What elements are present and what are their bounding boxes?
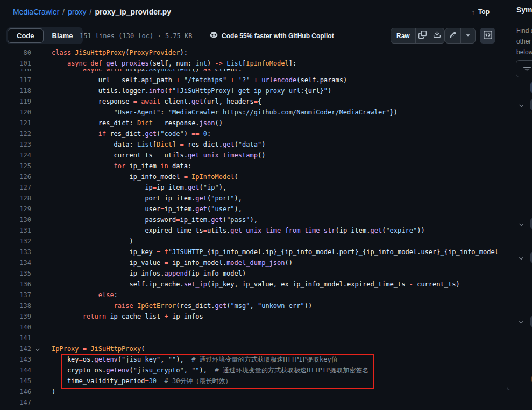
code-text: else: bbox=[52, 290, 118, 300]
copilot-banner-text: Code 55% faster with GitHub Copilot bbox=[222, 32, 334, 40]
code-text: return ip_cache_list + ip_infos bbox=[52, 311, 203, 322]
code-text: ip_value = ip_info_model.model_dump_json… bbox=[52, 257, 293, 268]
code-line: 135 ip_infos.append(ip_info_model) bbox=[0, 268, 506, 279]
line-number[interactable]: 120 bbox=[0, 107, 31, 118]
symbol-item[interactable] bbox=[530, 99, 532, 111]
back-to-top-link[interactable]: ↑ Top bbox=[471, 8, 490, 16]
edit-file-button[interactable] bbox=[445, 28, 460, 43]
line-number[interactable]: 138 bbox=[0, 300, 31, 311]
line-number[interactable]: 140 bbox=[0, 322, 31, 333]
chevron-down-icon[interactable] bbox=[518, 220, 524, 230]
code-line: 129 user=ip_item.get("user"), bbox=[0, 204, 506, 214]
breadcrumb: MediaCrawler / proxy / proxy_ip_provider… bbox=[13, 8, 171, 16]
code-text: ip_key = f"JISUHTTP_{ip_info_model.ip}_{… bbox=[52, 247, 499, 257]
edit-options-dropdown[interactable] bbox=[460, 28, 475, 43]
code-text: res_dict: Dict = response.json() bbox=[52, 118, 223, 128]
raw-button[interactable]: Raw bbox=[391, 28, 415, 43]
line-number[interactable]: 119 bbox=[0, 96, 31, 107]
symbols-description-line: other symbols in this file by clicking a… bbox=[516, 38, 532, 45]
line-number[interactable]: 142 bbox=[0, 343, 31, 354]
line-number[interactable]: 133 bbox=[0, 247, 31, 257]
code-blame-switch: Code Blame bbox=[6, 27, 83, 44]
line-number[interactable]: 118 bbox=[0, 85, 31, 96]
line-number[interactable]: 124 bbox=[0, 150, 31, 161]
code-line: 131 expired_time_ts=utils.get_unix_time_… bbox=[0, 225, 506, 236]
edit-button-group bbox=[445, 28, 476, 44]
code-line: 140 bbox=[0, 322, 506, 333]
line-number[interactable]: 129 bbox=[0, 204, 31, 214]
code-line: 143 key=os.getenv("jisu_key", ""), # 通过环… bbox=[0, 354, 506, 365]
code-line: 136 self.ip_cache.set_ip(ip_key, ip_valu… bbox=[0, 279, 506, 290]
code-line: 124 current_ts = utils.get_unix_timestam… bbox=[0, 150, 506, 161]
symbol-item[interactable] bbox=[530, 251, 532, 263]
code-line: 117 url = self.api_path + "/fetchips" + … bbox=[0, 75, 506, 85]
symbol-item[interactable] bbox=[530, 82, 532, 93]
line-number[interactable]: 137 bbox=[0, 290, 31, 300]
line-number[interactable]: 117 bbox=[0, 75, 31, 85]
line-number[interactable]: 144 bbox=[0, 365, 31, 376]
code-text: password=ip_item.get("pass"), bbox=[52, 214, 258, 225]
code-line: 123 data: List[Dict] = res_dict.get("dat… bbox=[0, 139, 506, 150]
line-number[interactable]: 121 bbox=[0, 118, 31, 128]
line-number[interactable]: 128 bbox=[0, 193, 31, 204]
code-line: 147 bbox=[0, 397, 506, 408]
code-text: "User-Agent": "MediaCrawler https://gith… bbox=[52, 107, 398, 118]
line-number[interactable]: 125 bbox=[0, 161, 31, 171]
line-number[interactable]: 131 bbox=[0, 225, 31, 236]
line-number[interactable]: 147 bbox=[0, 397, 31, 408]
code-text: ) bbox=[52, 236, 133, 247]
line-number[interactable]: 135 bbox=[0, 268, 31, 279]
breadcrumb-separator: / bbox=[89, 8, 91, 16]
line-number[interactable]: 126 bbox=[0, 171, 31, 182]
code-line: 133 ip_key = f"JISUHTTP_{ip_info_model.i… bbox=[0, 247, 506, 257]
line-number[interactable]: 123 bbox=[0, 139, 31, 150]
code-text: ip_info_model = IpInfoModel( bbox=[52, 171, 238, 182]
line-number[interactable]: 127 bbox=[0, 182, 31, 193]
line-number[interactable]: 130 bbox=[0, 214, 31, 225]
download-raw-button[interactable] bbox=[430, 28, 444, 43]
breadcrumb-folder-link[interactable]: proxy bbox=[68, 8, 86, 16]
breadcrumb-file-name: proxy_ip_provider.py bbox=[95, 8, 171, 16]
code-text: ip_infos.append(ip_info_model) bbox=[52, 268, 246, 279]
sticky-code-lines: 80class JiSuHttpProxy(ProxyProvider):101… bbox=[0, 47, 506, 69]
line-number[interactable]: 80 bbox=[0, 47, 31, 58]
line-number[interactable]: 143 bbox=[0, 354, 31, 365]
symbol-item[interactable] bbox=[530, 315, 532, 327]
symbol-item[interactable] bbox=[530, 218, 532, 229]
line-number[interactable]: 139 bbox=[0, 311, 31, 322]
code-text: utils.logger.info(f"[JiSuHttpProxy] get … bbox=[52, 85, 331, 96]
code-line: 120 "User-Agent": "MediaCrawler https://… bbox=[0, 107, 506, 118]
breadcrumb-repo-link[interactable]: MediaCrawler bbox=[13, 8, 59, 16]
chevron-down-icon[interactable] bbox=[518, 254, 524, 264]
code-text: key=os.getenv("jisu_key", ""), # 通过环境变量的… bbox=[52, 354, 338, 365]
line-number[interactable]: 141 bbox=[0, 333, 31, 343]
tab-blame[interactable]: Blame bbox=[44, 28, 82, 43]
code-line: 144 crypto=os.getenv("jisu_crypto", ""),… bbox=[0, 365, 506, 376]
code-line: 137 else: bbox=[0, 290, 506, 300]
code-text: class JiSuHttpProxy(ProxyProvider): bbox=[52, 47, 188, 58]
edit-pencil-icon bbox=[449, 31, 457, 41]
symbols-heading: Symbols bbox=[516, 5, 532, 14]
line-number[interactable]: 101 bbox=[0, 58, 31, 69]
arrow-up-icon: ↑ bbox=[471, 8, 475, 16]
tab-code[interactable]: Code bbox=[8, 28, 44, 43]
chevron-down-icon[interactable] bbox=[518, 318, 524, 328]
line-number[interactable]: 146 bbox=[0, 386, 31, 397]
file-toolbar: Code Blame 151 lines (130 loc) · 5.75 KB… bbox=[0, 24, 506, 47]
line-number[interactable]: 136 bbox=[0, 279, 31, 290]
line-number[interactable]: 145 bbox=[0, 376, 31, 386]
symbols-panel-toggle-button[interactable] bbox=[480, 28, 495, 44]
line-number[interactable]: 122 bbox=[0, 128, 31, 139]
code-line: 122 if res_dict.get("code") == 0: bbox=[0, 128, 506, 139]
copy-raw-button[interactable] bbox=[415, 28, 430, 43]
code-text: crypto=os.getenv("jisu_crypto", ""), # 通… bbox=[52, 365, 368, 376]
code-text: time_validity_period=30 # 30分钟（最长时效） bbox=[52, 376, 231, 386]
code-text: url = self.api_path + "/fetchips" + '?' … bbox=[52, 75, 347, 85]
line-number[interactable]: 134 bbox=[0, 257, 31, 268]
symbols-panel: Symbols Find definitions and references … bbox=[507, 0, 532, 390]
filter-symbols-input[interactable] bbox=[516, 60, 532, 77]
line-number[interactable]: 132 bbox=[0, 236, 31, 247]
code-text: self.ip_cache.set_ip(ip_key, ip_value, e… bbox=[52, 279, 460, 290]
chevron-down-icon[interactable] bbox=[518, 102, 524, 111]
code-line: 127 ip=ip_item.get("ip"), bbox=[0, 182, 506, 193]
